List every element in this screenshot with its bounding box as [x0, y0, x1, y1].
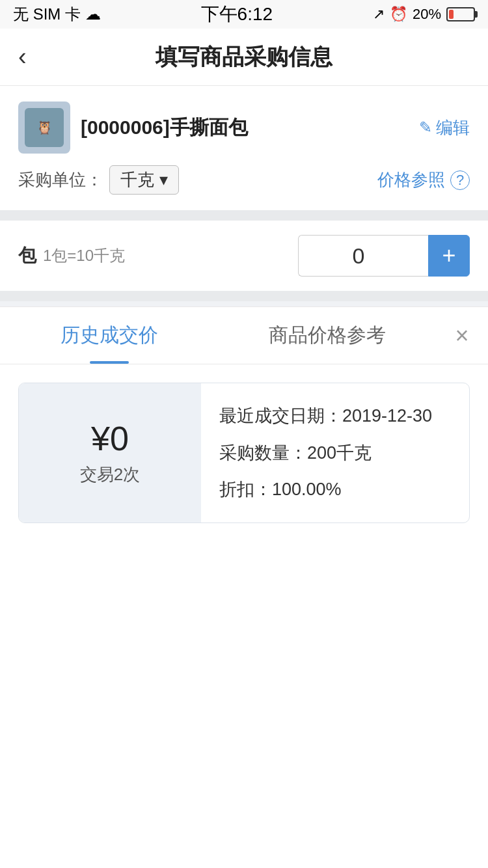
purchase-quantity-row: 采购数量：200千克 [219, 440, 451, 467]
tab-history-price[interactable]: 历史成交价 [0, 307, 218, 364]
unit-value: 千克 [120, 169, 154, 191]
history-card: ¥0 交易2次 最近成交日期：2019-12-30 采购数量：200千克 折扣：… [18, 383, 470, 523]
section-divider-2 [0, 291, 488, 301]
section-divider [0, 210, 488, 221]
alarm-icon: ⏰ [390, 6, 407, 23]
product-thumb-icon: 🦉 [25, 108, 64, 147]
tab-content: ¥0 交易2次 最近成交日期：2019-12-30 采购数量：200千克 折扣：… [0, 364, 488, 541]
product-id: [0000006] [81, 116, 170, 138]
bottom-background [0, 541, 488, 869]
nav-bar: ‹ 填写商品采购信息 [0, 29, 488, 86]
history-price-panel: ¥0 交易2次 [19, 383, 201, 522]
trades-count: 交易2次 [80, 463, 140, 486]
quantity-input-group: + [298, 235, 470, 277]
battery-icon [446, 7, 475, 21]
unit-conversion: 1包=10千克 [43, 245, 125, 266]
recent-date-row: 最近成交日期：2019-12-30 [219, 403, 451, 429]
product-header: 🦉 [0000006]手撕面包 ✎ 编辑 [18, 102, 470, 154]
price-ref-label: 价格参照 [377, 169, 445, 191]
back-button[interactable]: ‹ [18, 43, 27, 71]
history-price: ¥0 [91, 419, 129, 458]
product-name: [0000006]手撕面包 [81, 115, 248, 141]
sim-status: 无 SIM 卡 ☁ [13, 4, 101, 25]
tab-history-label: 历史成交价 [61, 322, 158, 349]
status-right: ↗ ⏰ 20% [373, 6, 475, 23]
history-details-panel: 最近成交日期：2019-12-30 采购数量：200千克 折扣：100.00% [201, 383, 469, 522]
unit-label-text: 采购单位： [18, 169, 103, 191]
product-info: 🦉 [0000006]手撕面包 [18, 102, 248, 154]
status-left: 无 SIM 卡 ☁ [13, 4, 101, 25]
tabs-header: 历史成交价 商品价格参考 × [0, 307, 488, 364]
quantity-input[interactable] [298, 235, 428, 277]
edit-button[interactable]: ✎ 编辑 [419, 116, 470, 139]
status-time: 下午6:12 [201, 2, 273, 27]
dropdown-icon: ▾ [159, 170, 168, 190]
edit-label: 编辑 [436, 116, 470, 139]
product-unit-row: 采购单位： 千克 ▾ 价格参照 ? [18, 165, 470, 195]
quantity-value: 200千克 [307, 443, 372, 463]
quantity-plus-button[interactable]: + [428, 235, 470, 277]
edit-icon: ✎ [419, 118, 432, 137]
quantity-label: 包 1包=10千克 [18, 243, 125, 268]
price-ref-button[interactable]: 价格参照 ? [377, 169, 470, 191]
currency-symbol: ¥ [91, 420, 110, 457]
product-title: 手撕面包 [170, 116, 248, 138]
discount-value: 100.00% [272, 480, 342, 499]
tab-price-ref-label: 商品价格参考 [269, 322, 386, 349]
page-title: 填写商品采购信息 [156, 42, 332, 72]
recent-date-value: 2019-12-30 [342, 406, 432, 426]
location-icon: ↗ [373, 6, 385, 23]
battery-percent: 20% [413, 6, 441, 23]
unit-name: 包 [18, 243, 36, 268]
quantity-row: 包 1包=10千克 + [0, 221, 488, 291]
tab-price-reference[interactable]: 商品价格参考 [218, 307, 436, 364]
recent-date-label: 最近成交日期： [219, 406, 342, 426]
status-bar: 无 SIM 卡 ☁ 下午6:12 ↗ ⏰ 20% [0, 0, 488, 29]
product-card: 🦉 [0000006]手撕面包 ✎ 编辑 采购单位： 千克 ▾ 价格参照 ? [0, 86, 488, 210]
tabs-container: 历史成交价 商品价格参考 × ¥0 交易2次 最近成交日期：2019-12-30… [0, 306, 488, 541]
unit-label: 采购单位： 千克 ▾ [18, 165, 179, 195]
quantity-label-text: 采购数量： [219, 443, 307, 463]
help-icon: ? [450, 170, 470, 190]
tab-close-button[interactable]: × [436, 322, 488, 349]
product-thumbnail: 🦉 [18, 102, 70, 154]
discount-label: 折扣： [219, 480, 272, 499]
unit-selector[interactable]: 千克 ▾ [109, 165, 179, 195]
price-value: 0 [110, 420, 129, 457]
discount-row: 折扣：100.00% [219, 476, 451, 503]
